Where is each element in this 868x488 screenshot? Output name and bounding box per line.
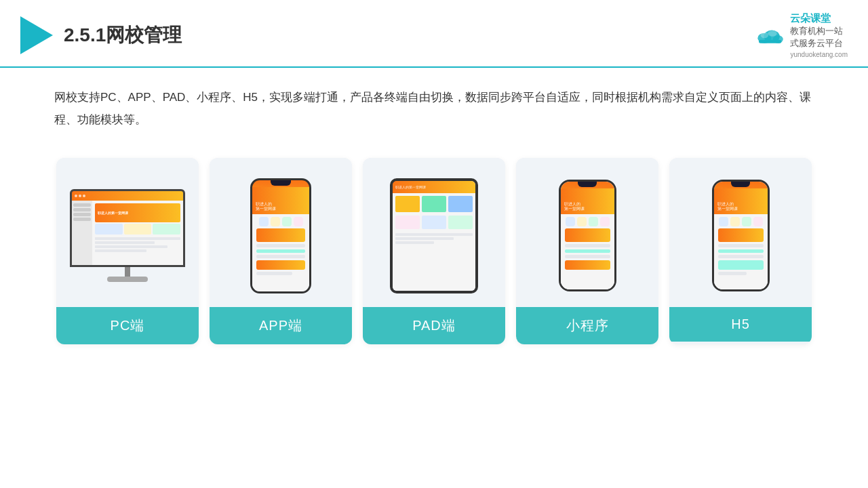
card-h5-image: 职进人的第一堂网课 xyxy=(669,158,812,307)
card-miniapp-image: 职进人的第一堂网课 xyxy=(516,158,658,307)
logo-triangle-icon xyxy=(20,16,53,54)
brand-text: 云朵课堂 教育机构一站 式服务云平台 yunduoketang.com xyxy=(790,12,848,58)
brand-url: yunduoketang.com xyxy=(790,51,848,58)
page-title: 2.5.1网校管理 xyxy=(64,22,182,48)
card-app: 职进人的第一堂网课 xyxy=(210,158,352,344)
card-pc-label: PC端 xyxy=(56,307,199,344)
card-pad-label: PAD端 xyxy=(363,307,505,344)
card-app-label: APP端 xyxy=(210,307,352,344)
miniphone-device-h5: 职进人的第一堂网课 xyxy=(712,180,770,291)
mini-phone-notch xyxy=(578,182,597,187)
phone-screen: 职进人的第一堂网课 xyxy=(252,180,309,291)
brand-tagline: 教育机构一站 式服务云平台 xyxy=(790,25,848,49)
card-h5-label: H5 xyxy=(669,307,812,342)
svg-point-4 xyxy=(761,33,769,38)
card-pad-image: 职进人的第一堂网课 xyxy=(363,158,505,307)
brand-name: 云朵课堂 xyxy=(790,12,848,25)
card-pc-image: 职进人的第一堂网课 xyxy=(56,158,199,307)
svg-point-5 xyxy=(768,31,777,37)
phone-notch xyxy=(271,180,291,186)
brand-logo: 云朵课堂 教育机构一站 式服务云平台 yunduoketang.com xyxy=(752,12,848,58)
card-h5: 职进人的第一堂网课 xyxy=(669,158,812,344)
cloud-icon xyxy=(752,24,786,47)
brand-section: 云朵课堂 教育机构一站 式服务云平台 yunduoketang.com xyxy=(752,12,848,58)
mini-phone-notch-h5 xyxy=(731,182,750,187)
monitor-screen: 职进人的第一堂网课 xyxy=(70,189,185,267)
phone-device-app: 职进人的第一堂网课 xyxy=(250,178,311,293)
monitor-device: 职进人的第一堂网课 xyxy=(70,189,185,282)
card-app-image: 职进人的第一堂网课 xyxy=(210,158,352,307)
svg-rect-3 xyxy=(759,40,781,43)
description-text: 网校支持PC、APP、PAD、小程序、H5，实现多端打通，产品各终端自由切换，数… xyxy=(0,68,868,138)
header-left: 2.5.1网校管理 xyxy=(20,16,182,54)
tablet-screen: 职进人的第一堂网课 xyxy=(393,181,475,291)
header: 2.5.1网校管理 云朵课堂 教育机构一站 式服务云平台 yunduoketan… xyxy=(0,0,868,68)
miniphone-device-miniapp: 职进人的第一堂网课 xyxy=(559,180,616,291)
tablet-device: 职进人的第一堂网课 xyxy=(390,178,478,293)
mini-phone-screen-h5: 职进人的第一堂网课 xyxy=(714,182,768,289)
cards-container: 职进人的第一堂网课 xyxy=(0,138,868,365)
mini-phone-screen: 职进人的第一堂网课 xyxy=(561,182,614,289)
card-miniapp-label: 小程序 xyxy=(516,307,658,344)
card-pc: 职进人的第一堂网课 xyxy=(56,158,199,344)
card-pad: 职进人的第一堂网课 xyxy=(363,158,505,344)
card-miniapp: 职进人的第一堂网课 xyxy=(516,158,658,344)
